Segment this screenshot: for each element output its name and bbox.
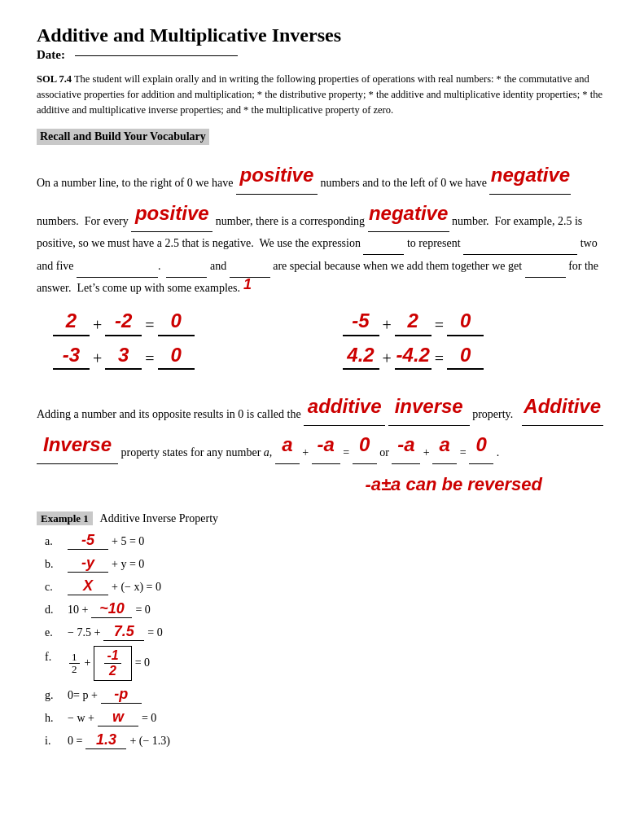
vocab-header: Recall and Build Your Vocabulary: [37, 129, 209, 145]
ans-a: -5: [68, 532, 108, 550]
page-title: Additive and Multiplicative Inverses: [37, 24, 607, 46]
list-item: a. -5 + 5 = 0: [45, 532, 607, 550]
ex4-left: 4.2: [343, 341, 379, 371]
ex4-right: -4.2: [395, 341, 432, 371]
hw-positive1: positive: [240, 164, 314, 186]
ex3-left: -3: [53, 341, 90, 371]
list-item: e. − 7.5 + 7.5 = 0: [45, 623, 607, 641]
blank-0b: 0: [469, 426, 493, 464]
ans-i: 1.3: [85, 731, 126, 749]
ex1-left: 2: [53, 307, 90, 336]
examples-grid: 2 + -2 = 0 -5 + 2 = 0: [53, 307, 607, 370]
sol-text: SOL 7.4 The student will explain orally …: [37, 72, 607, 117]
hw-positive2: positive: [135, 202, 209, 224]
aside-note: -a±a can be reversed: [365, 474, 542, 494]
blank-additive2: Additive: [522, 388, 603, 426]
ans-d: ~10: [91, 600, 132, 618]
ans-e: 7.5: [103, 623, 144, 641]
hw-negative2: negative: [369, 202, 448, 224]
additive-section: Adding a number and its opposite results…: [37, 388, 607, 501]
date-line: Date:: [37, 48, 607, 62]
example1-label: Example 1: [37, 511, 93, 525]
ex1-ans: 0: [158, 307, 195, 336]
ex1-right: -2: [105, 307, 142, 336]
list-item: g. 0= p + -p: [45, 686, 607, 704]
list-item: h. − w + w = 0: [45, 709, 607, 726]
blank-represent: [463, 232, 577, 255]
example1-header: Example 1 Additive Inverse Property: [37, 512, 607, 525]
ex2-left: -5: [343, 307, 379, 336]
list-item: f. 1 2 + -1 2 = 0: [45, 646, 607, 680]
blank-inverse2: Inverse: [37, 426, 118, 464]
blank-positive1: positive: [236, 156, 318, 195]
frac-1-2: 1 2: [69, 652, 80, 676]
date-underline: [75, 55, 238, 56]
blank-result: [525, 255, 566, 278]
ans-f: -1 2: [94, 646, 131, 680]
page-container: Additive and Multiplicative Inverses Dat…: [37, 24, 607, 749]
list-item: b. -y + y = 0: [45, 555, 607, 573]
example-eq-1: 2 + -2 = 0: [53, 307, 318, 336]
blank-na2: -a: [392, 426, 420, 464]
blank-five: [77, 255, 158, 278]
blank-positive2: positive: [131, 195, 212, 233]
example-eq-4: 4.2 + -4.2 = 0: [343, 341, 608, 371]
blank-na1: -a: [312, 426, 340, 464]
example-eq-3: -3 + 3 = 0: [53, 341, 318, 371]
blank-special1: [166, 255, 207, 278]
ex4-ans: 0: [447, 341, 484, 371]
ex2-right: 2: [395, 307, 432, 336]
example-note: 1: [243, 270, 252, 298]
blank-a2: a: [432, 426, 457, 464]
ans-g: -p: [101, 686, 142, 704]
ex3-right: 3: [105, 341, 142, 371]
ans-b: -y: [68, 555, 108, 573]
list-item: d. 10 + ~10 = 0: [45, 600, 607, 618]
blank-a1: a: [275, 426, 300, 464]
list-item: i. 0 = 1.3 + (− 1.3): [45, 731, 607, 749]
hw-negative1: negative: [491, 164, 570, 186]
ex3-ans: 0: [158, 341, 195, 371]
ex2-ans: 0: [447, 307, 484, 336]
blank-inverse: inverse: [388, 388, 470, 426]
blank-negative2: negative: [368, 195, 449, 233]
example-eq-2: -5 + 2 = 0: [343, 307, 608, 336]
vocabulary-paragraph: On a number line, to the right of 0 we h…: [37, 156, 607, 299]
ans-c: X: [68, 577, 108, 595]
problem-list: a. -5 + 5 = 0 b. -y + y = 0 c. X: [45, 532, 607, 748]
blank-expr: [363, 232, 404, 255]
blank-additive: additive: [304, 388, 385, 426]
ans-h: w: [98, 709, 138, 726]
blank-0a: 0: [353, 426, 377, 464]
list-item: c. X + (− x) = 0: [45, 577, 607, 595]
blank-negative1: negative: [489, 156, 571, 195]
